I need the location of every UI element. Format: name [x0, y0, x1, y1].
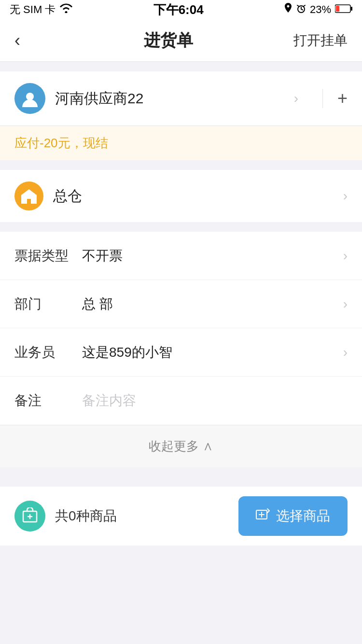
supplier-add-button[interactable]: +: [337, 88, 348, 109]
warehouse-row[interactable]: 总仓 ›: [0, 170, 362, 222]
status-left: 无 SIM 卡: [10, 2, 73, 17]
product-count: 共0种商品: [55, 507, 238, 525]
salesperson-value: 这是859的小智: [82, 343, 343, 362]
battery-label: 23%: [310, 3, 331, 16]
status-bar: 无 SIM 卡 下午6:04 23%: [0, 0, 362, 19]
salesperson-label: 业务员: [14, 343, 82, 362]
invoice-type-label: 票据类型: [14, 247, 82, 265]
form-section: 票据类型 不开票 › 部门 总 部 › 业务员 这是859的小智 › 备注 备注…: [0, 232, 362, 425]
location-icon: [284, 3, 292, 16]
salesperson-chevron-icon: ›: [343, 345, 348, 360]
invoice-type-value: 不开票: [82, 247, 343, 265]
select-product-button[interactable]: 选择商品: [238, 496, 348, 536]
status-right: 23%: [284, 3, 352, 16]
salesperson-row[interactable]: 业务员 这是859的小智 ›: [0, 328, 362, 377]
warehouse-icon: [14, 182, 43, 210]
remark-input[interactable]: 备注内容: [82, 392, 348, 410]
select-product-label: 选择商品: [276, 507, 330, 525]
back-button[interactable]: ‹: [14, 30, 43, 51]
collapse-button[interactable]: 收起更多 ∧: [0, 425, 362, 467]
gap-3: [0, 467, 362, 477]
battery-icon: [335, 3, 352, 16]
warning-banner: 应付-20元，现结: [0, 126, 362, 160]
invoice-type-chevron-icon: ›: [343, 248, 348, 264]
wifi-icon: [59, 3, 73, 16]
status-time: 下午6:04: [153, 1, 204, 18]
warehouse-name: 总仓: [53, 186, 343, 206]
supplier-divider: [322, 89, 323, 108]
select-product-icon: [256, 508, 270, 525]
gap-2: [0, 160, 362, 170]
product-icon: [14, 501, 45, 532]
department-label: 部门: [14, 295, 82, 313]
page-title: 进货单: [144, 29, 193, 52]
gap-1: [0, 62, 362, 71]
open-pending-button[interactable]: 打开挂单: [293, 31, 348, 50]
department-row[interactable]: 部门 总 部 ›: [0, 280, 362, 328]
supplier-name: 河南供应商22: [55, 89, 294, 109]
nav-bar: ‹ 进货单 打开挂单: [0, 19, 362, 62]
supplier-avatar: [14, 83, 45, 114]
supplier-row[interactable]: 河南供应商22 › +: [0, 71, 362, 126]
page-background: [0, 546, 362, 644]
warehouse-chevron-icon: ›: [343, 188, 348, 204]
warehouse-section: 总仓 ›: [0, 170, 362, 222]
alarm-icon: [296, 3, 306, 16]
invoice-type-row[interactable]: 票据类型 不开票 ›: [0, 232, 362, 280]
svg-point-4: [26, 93, 34, 100]
svg-rect-2: [351, 7, 352, 11]
remark-row[interactable]: 备注 备注内容: [0, 377, 362, 425]
remark-label: 备注: [14, 392, 82, 410]
supplier-section: 河南供应商22 › + 应付-20元，现结: [0, 71, 362, 160]
supplier-chevron-icon: ›: [294, 91, 298, 106]
department-value: 总 部: [82, 295, 343, 313]
svg-rect-3: [336, 6, 339, 12]
bottom-bar: 共0种商品 选择商品: [0, 487, 362, 546]
department-chevron-icon: ›: [343, 296, 348, 312]
carrier-label: 无 SIM 卡: [10, 2, 56, 17]
